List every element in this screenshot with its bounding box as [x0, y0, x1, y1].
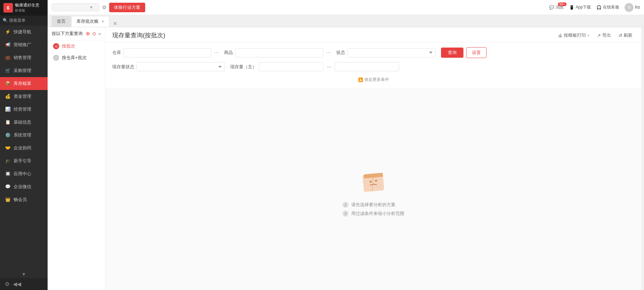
scrollbar[interactable]: [641, 27, 644, 290]
warehouse-more-icon[interactable]: ···: [214, 50, 219, 56]
export-button[interactable]: ↗ 导出: [595, 31, 613, 39]
panel-close-icon[interactable]: ✕: [113, 20, 117, 27]
warehouse-input[interactable]: [123, 48, 211, 57]
sidebar-item-quicknav[interactable]: ⚡ 快捷导航: [0, 25, 48, 38]
empty-tip-1: 1 请先选择要分析的方案: [342, 202, 404, 208]
schema-item-warehouse-batch[interactable]: ○ 按仓库+批次: [48, 52, 105, 64]
schema-item-batch[interactable]: ⊙ 按批次: [48, 40, 105, 52]
right-panel: 现存量查询(按批次) 🖨 按模板打印 ▾ ↗ 导出 ↺ 刷新: [105, 27, 641, 290]
print-icon: 🖨: [558, 33, 562, 38]
left-panel-header: 按以下方案查询 ⊕ ⊙ «: [48, 27, 105, 40]
sidebar-item-label: 营销推广: [14, 42, 31, 48]
avatar: R: [625, 3, 633, 12]
sidebar-search[interactable]: 🔍 搜索菜单: [0, 16, 48, 25]
app-download-label: App下载: [576, 4, 591, 10]
sidebar-item-guide[interactable]: 🎓 新手引导: [0, 155, 48, 167]
stock-amount-max-input[interactable]: [335, 62, 399, 71]
sidebar-item-label: 经营管理: [14, 106, 31, 112]
sidebar-item-management[interactable]: 📊 经营管理: [0, 103, 48, 116]
purchase-icon: 🛒: [5, 68, 11, 74]
settings-icon[interactable]: ⚙: [5, 281, 10, 287]
user-profile[interactable]: R Rit: [625, 3, 640, 12]
main-area: ▾ ⚙ 体验行业方案 💬 消息 99+ 📱 App下载 🎧 在线客服 R: [48, 0, 644, 290]
sidebar-item-system[interactable]: ⚙️ 系统管理: [0, 129, 48, 142]
status-filter: 状态: [336, 48, 436, 57]
export-label: 导出: [602, 32, 611, 38]
wechat-icon: 💬: [5, 184, 11, 190]
left-panel: 按以下方案查询 ⊕ ⊙ « ⊙ 按批次 ○ 按仓库+批次: [48, 27, 105, 290]
sidebar-item-apps[interactable]: 🔲 应用中心: [0, 167, 48, 180]
settings-button[interactable]: 设置: [466, 47, 487, 58]
sidebar-item-purchase[interactable]: 🛒 采购管理: [0, 64, 48, 77]
sidebar-item-collab[interactable]: 🤝 企业协同: [0, 142, 48, 155]
status-select[interactable]: [347, 48, 436, 57]
sidebar-item-finance[interactable]: 💰 资金管理: [0, 90, 48, 103]
finance-icon: 💰: [5, 93, 11, 99]
stock-status-select[interactable]: [136, 62, 225, 71]
sidebar-item-label: 系统管理: [14, 132, 31, 138]
marketing-icon: 📢: [5, 42, 11, 48]
search-icon: 🔍: [3, 18, 8, 23]
sidebar-item-marketing[interactable]: 📢 营销推广: [0, 38, 48, 51]
schema-settings-icon[interactable]: ⊙: [92, 31, 96, 36]
sidebar-item-sales[interactable]: 💼 销售管理: [0, 51, 48, 64]
print-dropdown-icon[interactable]: ▾: [587, 33, 590, 38]
filter-area: 仓库 ··· 商品 ··· 状态: [105, 42, 641, 89]
collapse-sidebar-icon[interactable]: ◀◀: [13, 281, 21, 287]
sidebar-item-inventory[interactable]: 📦 库存核算: [0, 77, 48, 90]
print-button[interactable]: 🖨 按模板打印 ▾: [556, 31, 592, 39]
topbar-search-input[interactable]: [55, 5, 89, 10]
sidebar-scroll-down[interactable]: ▼: [0, 270, 48, 278]
stock-amount-filter: 现存量（主） —: [230, 62, 399, 71]
app-info: 畅康通好生意 标准版: [15, 3, 39, 13]
sidebar-item-basic[interactable]: 📋 基础信息: [0, 116, 48, 129]
schema-active-icon: ⊙: [53, 43, 59, 49]
system-icon: ⚙️: [5, 132, 11, 138]
empty-svg: [356, 162, 390, 196]
topbar-dropdown-icon[interactable]: ▾: [90, 5, 92, 10]
sidebar-item-label: 资金管理: [14, 93, 31, 99]
collapse-more-btn[interactable]: 🔼 收起更多条件: [112, 75, 634, 84]
refresh-button[interactable]: ↺ 刷新: [616, 31, 634, 39]
member-icon: 👑: [5, 197, 11, 203]
content-area: 按以下方案查询 ⊕ ⊙ « ⊙ 按批次 ○ 按仓库+批次 现存量查询(按批次: [48, 27, 644, 290]
product-input[interactable]: [235, 48, 323, 57]
warehouse-filter: 仓库 ···: [112, 48, 219, 57]
stock-amount-min-input[interactable]: [259, 62, 323, 71]
page-header-actions: 🖨 按模板打印 ▾ ↗ 导出 ↺ 刷新: [556, 31, 634, 39]
empty-illustration: [356, 162, 390, 196]
tab-inventory-batch[interactable]: 库存批次账 ✕: [71, 16, 109, 27]
sidebar-item-member[interactable]: 👑 畅会员: [0, 193, 48, 206]
sidebar-item-wechat[interactable]: 💬 企业微信: [0, 180, 48, 193]
left-panel-actions: ⊕ ⊙ «: [86, 31, 101, 37]
sidebar-item-label: 畅会员: [14, 197, 27, 203]
sidebar-item-label: 快捷导航: [14, 29, 31, 35]
filter-row-2: 现存量状态 现存量（主） —: [112, 62, 634, 71]
stock-status-filter: 现存量状态: [112, 62, 225, 71]
app-download-action[interactable]: 📱 App下载: [569, 4, 591, 10]
empty-tips: 1 请先选择要分析的方案 2 用过滤条件来缩小分析范围: [342, 202, 404, 217]
query-button[interactable]: 查询: [441, 48, 463, 58]
messages-action[interactable]: 💬 消息 99+: [549, 4, 564, 10]
messages-badge: 99+: [558, 2, 566, 6]
tabs-bar: 首页 库存批次账 ✕ ✕: [48, 15, 644, 27]
empty-tip-2: 2 用过滤条件来缩小分析范围: [342, 211, 404, 217]
topbar-gear-icon[interactable]: ⚙: [102, 4, 106, 11]
experience-button[interactable]: 体验行业方案: [109, 3, 145, 12]
basic-icon: 📋: [5, 119, 11, 125]
tab-close-icon[interactable]: ✕: [101, 19, 104, 24]
tab-home[interactable]: 首页: [52, 16, 71, 27]
page-title: 现存量查询(按批次): [112, 31, 165, 39]
product-more-icon[interactable]: ···: [326, 50, 331, 56]
status-label: 状态: [336, 50, 345, 56]
topbar-search-box[interactable]: ▾: [52, 3, 99, 11]
add-schema-icon[interactable]: ⊕: [86, 31, 90, 37]
schema-inactive-icon: ○: [53, 55, 59, 61]
collapse-panel-icon[interactable]: «: [98, 31, 101, 36]
stock-amount-separator: —: [325, 64, 333, 69]
sidebar-item-label: 销售管理: [14, 55, 31, 61]
online-service-action[interactable]: 🎧 在线客服: [596, 4, 619, 10]
svg-point-3: [375, 180, 377, 182]
guide-icon: 🎓: [5, 158, 11, 164]
sales-icon: 💼: [5, 55, 11, 61]
